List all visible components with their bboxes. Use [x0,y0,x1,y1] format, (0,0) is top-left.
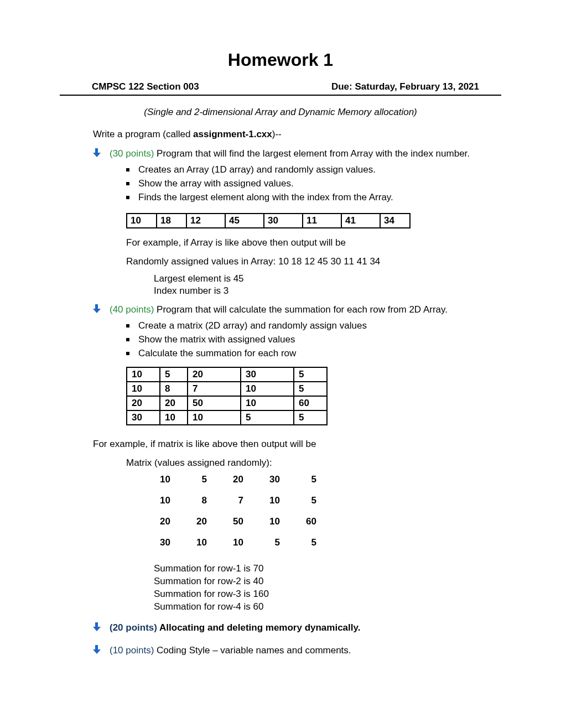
q1-points: (30 points) [110,148,154,159]
subtitle: (Single and 2-dimensional Array and Dyna… [66,107,495,118]
q4-text: Coding Style – variable names and commen… [154,645,351,656]
table-row: 30101055 [127,410,327,425]
table-row: 10520305 [127,367,327,382]
q1-output-block: Largest element is 45 Index number is 3 [154,273,495,297]
q1-text: Program that will find the largest eleme… [154,148,470,159]
list-item: Create a matrix (2D array) and randomly … [126,320,495,332]
list-item: Calculate the summation for each row [126,347,495,360]
question-4: (10 points) Coding Style – variable name… [93,644,495,657]
course-header: CMPSC 122 Section 003 Due: Saturday, Feb… [60,81,501,96]
question-2: (40 points) Program that will calculate … [93,304,495,316]
table-row: 10 18 12 45 30 11 41 34 [127,214,410,228]
q1-example-lead: For example, if Array is like above then… [126,237,495,248]
table-row: 2020501060 [154,516,495,527]
question-1: (30 points) Program that will find the l… [93,148,495,160]
q2-printed-matrix: 10520305 1087105 2020501060 30101055 [154,474,495,548]
table-row: 2020501060 [127,396,327,410]
q1-random-line: Randomly assigned values in Array: 10 18… [126,256,495,267]
document-page: Homework 1 CMPSC 122 Section 003 Due: Sa… [0,0,561,694]
question-3: (20 points) Allocating and deleting memo… [93,622,495,635]
list-item: Show the array with assigned values. [126,178,495,190]
table-row: 1087105 [154,495,495,506]
q1-array-table: 10 18 12 45 30 11 41 34 [126,213,411,228]
q2-summation-block: Summation for row-1 is 70 Summation for … [154,563,495,613]
page-title: Homework 1 [66,50,495,70]
down-arrow-icon [93,304,110,316]
list-item: Show the matrix with assigned values [126,334,495,346]
q1-sublist: Creates an Array (1D array) and randomly… [126,164,495,204]
down-arrow-icon [93,148,110,160]
down-arrow-icon [93,622,110,635]
q2-example-lead: For example, if matrix is like above the… [93,439,495,450]
q2-sublist: Create a matrix (2D array) and randomly … [126,320,495,360]
q2-text: Program that will calculate the summatio… [154,304,448,315]
q3-text: Allocating and deleting memory dynamical… [157,622,358,633]
table-row: 1087105 [127,382,327,396]
intro-text: Write a program (called assignment-1.cxx… [93,129,495,140]
q2-matrix-table: 10520305 1087105 2020501060 30101055 [126,367,328,425]
list-item: Finds the largest element along with the… [126,191,495,204]
q2-matrix-label: Matrix (values assigned randomly): [126,457,495,469]
table-row: 30101055 [154,537,495,548]
down-arrow-icon [93,644,110,657]
list-item: Creates an Array (1D array) and randomly… [126,164,495,176]
q3-points: (20 points) [110,622,157,633]
q4-points: (10 points) [110,645,154,656]
due-label: Due: Saturday, February 13, 2021 [331,81,479,92]
table-row: 10520305 [154,474,495,485]
q2-points: (40 points) [110,304,154,315]
course-label: CMPSC 122 Section 003 [92,81,199,92]
